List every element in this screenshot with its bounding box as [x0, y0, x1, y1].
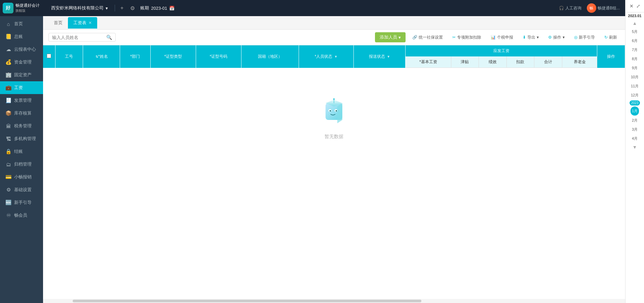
operation-dropdown-icon: ▾	[563, 35, 565, 40]
add-person-dropdown-icon: ▾	[399, 35, 401, 40]
month-6[interactable]: 6月	[626, 36, 644, 45]
service-label: 人工咨询	[565, 5, 581, 11]
horizontal-scrollbar[interactable]	[43, 299, 625, 303]
table-header-checkbox[interactable]	[43, 45, 55, 68]
topbar-right: 🎧 人工咨询 畅 畅捷通B组...	[559, 3, 620, 13]
tab-payroll-close[interactable]: ✕	[88, 20, 92, 25]
period-label: 账期	[140, 5, 149, 11]
invoice-icon: 🧾	[5, 97, 11, 103]
sidebar-item-home[interactable]: ⌂ 首页	[0, 17, 43, 30]
user-profile[interactable]: 畅 畅捷通B组...	[587, 3, 620, 13]
operation-button[interactable]: ⚙ 操作 ▾	[545, 33, 567, 42]
table-subheader-pension: 养老金	[562, 56, 597, 68]
month-9[interactable]: 9月	[626, 63, 644, 73]
company-settings-button[interactable]: ⚙	[129, 4, 136, 13]
empty-text: 暂无数据	[325, 134, 343, 140]
right-panel-close-button[interactable]: ✕	[629, 3, 634, 9]
archive-icon: 🗂	[5, 162, 11, 167]
right-panel-expand-button[interactable]: ⤢	[636, 3, 641, 9]
sidebar-item-assets-label: 固定资产	[14, 72, 32, 78]
operation-label: 操作	[553, 35, 561, 40]
submit-filter-icon[interactable]: ▼	[387, 55, 390, 58]
sidebar-item-multi-org[interactable]: 🏗 多机构管理	[0, 132, 43, 145]
sidebar-item-inventory-label: 库存核算	[14, 110, 32, 116]
month-5[interactable]: 5月	[626, 27, 644, 36]
sidebar-item-funds[interactable]: 💰 资金管理	[0, 56, 43, 69]
sidebar-item-ledger[interactable]: 📒 总账	[0, 30, 43, 43]
account-period: 账期 2023-01 📅	[140, 5, 175, 11]
month-12[interactable]: 12月	[626, 91, 644, 100]
sidebar-item-expense-label: 小畅报销	[14, 174, 32, 180]
table-header-payable: 应发工资	[406, 45, 597, 56]
month-3[interactable]: 3月	[626, 125, 644, 134]
user-avatar: 畅	[587, 3, 596, 13]
deduction-icon: ✂	[452, 35, 456, 40]
svg-point-8	[333, 98, 335, 100]
sidebar-item-invoice-label: 发票管理	[14, 97, 32, 103]
month-4[interactable]: 4月	[626, 134, 644, 143]
table-subheader-allowance: 津贴	[451, 56, 479, 68]
export-button[interactable]: ⬇ 导出 ▾	[520, 33, 541, 42]
svg-point-6	[336, 110, 337, 112]
tab-payroll[interactable]: 工资表 ✕	[68, 17, 97, 29]
current-period-label: 2023.01	[626, 12, 644, 19]
tax-declaration-button[interactable]: 📊 个税申报	[488, 33, 516, 42]
sidebar-item-payroll[interactable]: 💼 工资	[0, 81, 43, 94]
sidebar-item-settings[interactable]: ⚙ 基础设置	[0, 183, 43, 196]
tab-home[interactable]: 首页	[48, 17, 68, 29]
sidebar-item-invoice[interactable]: 🧾 发票管理	[0, 94, 43, 107]
table-header-operation: 操作	[597, 45, 625, 68]
social-icon: 🔗	[412, 35, 417, 40]
sidebar-item-assets[interactable]: 🏢 固定资产	[0, 69, 43, 81]
period-calendar-icon[interactable]: 📅	[169, 6, 175, 11]
sidebar-item-archive[interactable]: 🗂 归档管理	[0, 158, 43, 171]
search-input[interactable]	[52, 35, 104, 40]
export-dropdown-icon: ▾	[537, 35, 539, 40]
inventory-icon: 📦	[5, 110, 11, 116]
sidebar-item-member[interactable]: ♾ 畅会员	[0, 209, 43, 222]
social-insurance-button[interactable]: 🔗 统一社保设置	[410, 33, 446, 42]
home-icon: ⌂	[5, 21, 11, 27]
sidebar-item-inventory[interactable]: 📦 库存核算	[0, 107, 43, 120]
table-subheader-performance: 绩效	[479, 56, 507, 68]
table-subheader-deduction: 扣款	[506, 56, 534, 68]
month-2[interactable]: 2月	[626, 116, 644, 125]
report-icon: ☁	[5, 46, 11, 52]
content-toolbar: 🔍 添加人员 ▾ 🔗 统一社保设置 ✂ 专项附加扣除 📊 个税申报	[43, 30, 625, 45]
sidebar-item-report-label: 云报表中心	[14, 46, 36, 52]
special-deduction-button[interactable]: ✂ 专项附加扣除	[450, 33, 484, 42]
year-2023-badge: 2023	[630, 100, 640, 105]
ledger-icon: 📒	[5, 34, 11, 40]
sidebar-item-guide[interactable]: 🆕 新手引导	[0, 196, 43, 209]
sidebar-nav: ⌂ 首页 📒 总账 ☁ 云报表中心 💰 资金管理 🏢 固定资产 💼 工资 🧾 发…	[0, 16, 43, 303]
select-all-checkbox[interactable]	[47, 54, 51, 58]
operation-icon: ⚙	[548, 35, 552, 40]
sidebar-item-funds-label: 资金管理	[14, 59, 32, 65]
search-icon[interactable]: 🔍	[106, 35, 112, 40]
add-person-button[interactable]: 添加人员 ▾	[375, 32, 406, 42]
svg-marker-2	[337, 103, 342, 123]
company-selector[interactable]: 西安虾米网络科技有限公司 ▾	[48, 4, 111, 12]
month-1-active[interactable]: 1月	[631, 106, 639, 116]
funds-icon: 💰	[5, 59, 11, 65]
settings-icon: ⚙	[5, 187, 11, 193]
table-header-status: *人员状态 ▼	[299, 45, 353, 68]
close-period-icon: 🔒	[5, 148, 11, 155]
add-company-button[interactable]: +	[119, 4, 125, 12]
guide-button[interactable]: ◎ 新手引导	[571, 33, 598, 42]
month-7[interactable]: 7月	[626, 45, 644, 54]
month-8[interactable]: 8月	[626, 54, 644, 63]
sidebar-item-expense[interactable]: 💳 小畅报销	[0, 171, 43, 183]
refresh-button[interactable]: ↻ 刷新	[602, 33, 620, 42]
app-title: 畅捷通好会计	[15, 3, 40, 8]
human-service-button[interactable]: 🎧 人工咨询	[559, 5, 581, 11]
sidebar-item-report[interactable]: ☁ 云报表中心	[0, 43, 43, 56]
month-11[interactable]: 11月	[626, 82, 644, 91]
sidebar-item-tax[interactable]: 🏛 税务管理	[0, 120, 43, 132]
scrollbar-thumb[interactable]	[73, 300, 421, 302]
sidebar-item-close[interactable]: 🔒 结账	[0, 145, 43, 158]
scroll-down-arrow[interactable]: ▼	[631, 143, 639, 151]
status-filter-icon[interactable]: ▼	[334, 55, 338, 58]
scroll-up-arrow[interactable]: ▲	[631, 19, 639, 27]
month-10[interactable]: 10月	[626, 73, 644, 82]
